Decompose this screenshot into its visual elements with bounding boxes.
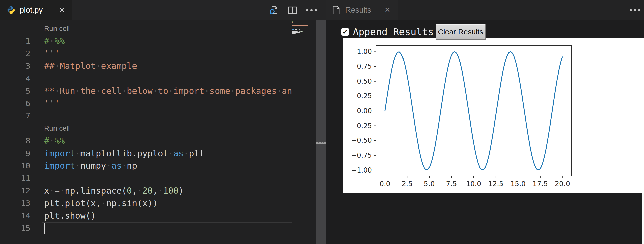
code-text: import·numpy·as·np: [30, 161, 137, 171]
results-tab-bar: Results ✕: [326, 0, 644, 20]
line-number: 11: [0, 174, 30, 183]
code-line[interactable]: 9import·matplotlib.pyplot·as·plt: [0, 147, 292, 159]
minimap[interactable]: [292, 21, 316, 71]
close-icon[interactable]: ✕: [58, 6, 66, 14]
svg-text:0.50: 0.50: [357, 77, 372, 85]
line-number: 3: [0, 61, 30, 70]
svg-text:10.0: 10.0: [466, 180, 481, 188]
code-text: #·%%: [30, 36, 65, 46]
svg-text:−1.00: −1.00: [351, 166, 372, 174]
code-text: [30, 223, 45, 234]
matplotlib-figure: 0.02.55.07.510.012.515.017.520.0−1.00−0.…: [343, 38, 644, 193]
line-number: 14: [0, 211, 30, 220]
results-webview: ✔ Append Results Clear Results 0.02.55.0…: [326, 20, 644, 244]
tab-results[interactable]: Results ✕: [326, 0, 398, 20]
check-icon: ✔: [342, 28, 348, 36]
code-text: import·matplotlib.pyplot·as·plt: [30, 148, 204, 158]
code-line[interactable]: 7: [0, 110, 292, 122]
line-number: 4: [0, 74, 30, 83]
text-cursor: [44, 223, 45, 234]
line-number: 10: [0, 161, 30, 170]
svg-text:−0.25: −0.25: [351, 122, 372, 130]
document-icon: [332, 6, 340, 15]
line-number: 15: [0, 224, 30, 233]
code-text: ''': [30, 98, 60, 108]
code-line[interactable]: 15: [0, 222, 292, 234]
tab-plot-py[interactable]: plot.py ✕: [0, 0, 72, 20]
svg-text:20.0: 20.0: [555, 180, 570, 188]
code-line[interactable]: 3##·Matplot·example: [0, 60, 292, 72]
code-line[interactable]: 8#·%%: [0, 135, 292, 147]
svg-text:0.25: 0.25: [357, 92, 372, 100]
svg-text:2.5: 2.5: [402, 180, 413, 188]
code-text: x·=·np.linspace(0,·20,·100): [30, 186, 184, 196]
line-number: 2: [0, 49, 30, 58]
webview-scrollbar[interactable]: [642, 193, 644, 244]
line-number: 7: [0, 111, 30, 120]
results-group: Results ✕ ✔ Append Results Clear Results…: [326, 0, 644, 244]
editor-scrollbar[interactable]: [316, 20, 326, 244]
line-number: 13: [0, 199, 30, 208]
tab-title: plot.py: [20, 6, 43, 15]
append-results-label: Append Results: [353, 26, 434, 37]
line-number: 5: [0, 86, 30, 95]
line-number: 1: [0, 36, 30, 45]
run-cell-codelens[interactable]: Run cell: [30, 25, 70, 33]
minimap-line: [292, 34, 316, 35]
editor-actions: [269, 0, 317, 20]
line-number: 6: [0, 99, 30, 108]
line-number: 8: [0, 136, 30, 145]
split-editor-icon[interactable]: [287, 5, 298, 15]
run-cell-codelens[interactable]: Run cell: [30, 124, 70, 132]
open-preview-icon[interactable]: [269, 5, 279, 15]
editor-group: plot.py ✕: [0, 0, 326, 244]
codelens-row: Run cell: [0, 22, 292, 35]
code-line[interactable]: 2''': [0, 47, 292, 60]
svg-text:−0.50: −0.50: [351, 136, 372, 144]
results-controls: ✔ Append Results Clear Results: [341, 24, 486, 40]
code-line[interactable]: 14plt.show(): [0, 209, 292, 222]
more-actions-icon[interactable]: [306, 9, 317, 11]
tab-title: Results: [345, 6, 371, 15]
code-line[interactable]: 5**·Run·the·cell·below·to·import·some·pa…: [0, 85, 292, 97]
svg-text:15.0: 15.0: [511, 180, 526, 188]
svg-text:−0.75: −0.75: [351, 151, 372, 159]
svg-text:0.75: 0.75: [357, 62, 372, 70]
code-line[interactable]: 4: [0, 72, 292, 85]
svg-text:17.5: 17.5: [533, 180, 548, 188]
code-text: ##·Matplot·example: [30, 61, 137, 71]
append-results-checkbox[interactable]: ✔: [341, 28, 349, 36]
vscode-window: plot.py ✕: [0, 0, 644, 244]
code-text: ''': [30, 48, 60, 58]
code-line[interactable]: 1#·%%: [0, 35, 292, 47]
code-area: Run cell1#·%%2'''3##·Matplot·example45**…: [0, 22, 292, 244]
svg-text:5.0: 5.0: [424, 180, 435, 188]
code-line[interactable]: 6''': [0, 97, 292, 109]
python-file-icon: [7, 6, 16, 15]
code-text: **·Run·the·cell·below·to·import·some·pac…: [30, 86, 292, 96]
code-line[interactable]: 10import·numpy·as·np: [0, 159, 292, 172]
svg-text:12.5: 12.5: [488, 180, 503, 188]
svg-text:7.5: 7.5: [446, 180, 457, 188]
more-actions-icon[interactable]: [630, 9, 640, 11]
line-number: 12: [0, 186, 30, 195]
code-line[interactable]: 13plt.plot(x,·np.sin(x)): [0, 197, 292, 209]
code-line[interactable]: 12x·=·np.linspace(0,·20,·100): [0, 184, 292, 197]
code-editor: Run cell1#·%%2'''3##·Matplot·example45**…: [0, 20, 326, 244]
line-number: 9: [0, 149, 30, 158]
clear-results-button[interactable]: Clear Results: [436, 24, 486, 40]
svg-text:0.0: 0.0: [380, 180, 390, 188]
codelens-row: Run cell: [0, 122, 292, 134]
svg-text:1.00: 1.00: [357, 47, 372, 55]
sine-plot: 0.02.55.07.510.012.515.017.520.0−1.00−0.…: [343, 38, 644, 193]
code-text: plt.show(): [30, 211, 96, 221]
scrollbar-thumb[interactable]: [316, 142, 326, 144]
close-icon[interactable]: ✕: [384, 6, 391, 14]
code-text: plt.plot(x,·np.sin(x)): [30, 198, 158, 208]
code-line[interactable]: 11: [0, 172, 292, 184]
code-text: #·%%: [30, 136, 65, 146]
editor-tab-bar: plot.py ✕: [0, 0, 326, 20]
svg-text:0.00: 0.00: [357, 107, 372, 115]
